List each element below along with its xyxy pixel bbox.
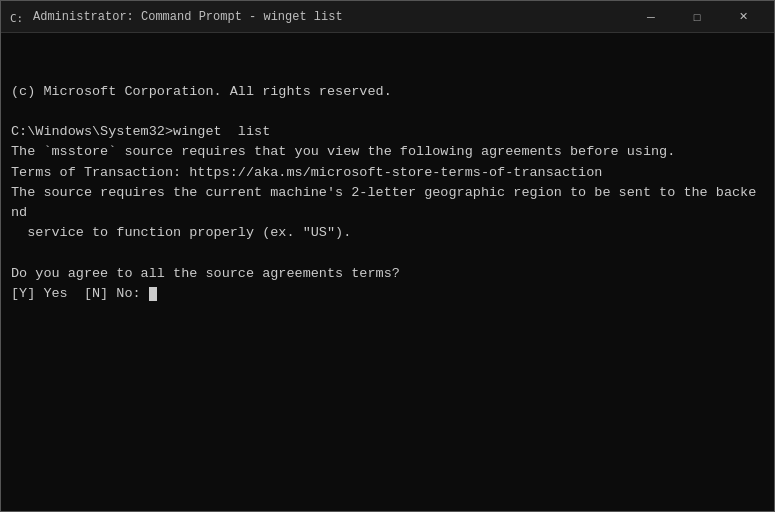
- close-button[interactable]: ✕: [720, 1, 766, 33]
- window-controls: ─ □ ✕: [628, 1, 766, 33]
- terminal-line: Terms of Transaction: https://aka.ms/mic…: [11, 163, 764, 183]
- terminal-line: The `msstore` source requires that you v…: [11, 142, 764, 162]
- terminal-line: (c) Microsoft Corporation. All rights re…: [11, 82, 764, 102]
- title-bar: C: Administrator: Command Prompt - winge…: [1, 1, 774, 33]
- terminal-line: The source requires the current machine'…: [11, 183, 764, 224]
- terminal-line: [11, 244, 764, 264]
- terminal-line: service to function properly (ex. "US").: [11, 223, 764, 243]
- window: C: Administrator: Command Prompt - winge…: [0, 0, 775, 512]
- terminal-body[interactable]: (c) Microsoft Corporation. All rights re…: [1, 33, 774, 511]
- terminal-line: Do you agree to all the source agreement…: [11, 264, 764, 284]
- cmd-icon: C:: [9, 9, 25, 25]
- terminal-cursor: [149, 287, 157, 301]
- terminal-line: [Y] Yes [N] No:: [11, 284, 764, 304]
- terminal-line: [11, 102, 764, 122]
- maximize-button[interactable]: □: [674, 1, 720, 33]
- terminal-line: C:\Windows\System32>winget list: [11, 122, 764, 142]
- minimize-button[interactable]: ─: [628, 1, 674, 33]
- svg-text:C:: C:: [10, 12, 23, 25]
- window-title: Administrator: Command Prompt - winget l…: [33, 10, 628, 24]
